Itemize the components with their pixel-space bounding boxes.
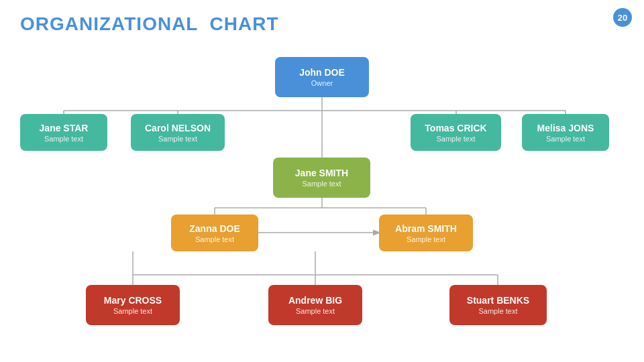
node-john-doe[interactable]: John DOE Owner — [275, 57, 369, 97]
node-abram-name: Abram SMITH — [395, 223, 457, 234]
node-tomas-sub: Sample text — [436, 135, 475, 143]
node-zanna-name: Zanna DOE — [189, 223, 239, 234]
node-andrew-big[interactable]: Andrew BIG Sample text — [268, 285, 362, 325]
node-jane-smith[interactable]: Jane SMITH Sample text — [273, 158, 370, 198]
node-tomas-crick[interactable]: Tomas CRICK Sample text — [411, 114, 501, 151]
node-stuart-sub: Sample text — [478, 307, 517, 315]
node-tomas-name: Tomas CRICK — [425, 123, 486, 133]
node-abram-sub: Sample text — [407, 235, 445, 243]
node-carol-name: Carol NELSON — [145, 123, 211, 133]
title-main: ORGANIZATIONAL — [20, 13, 198, 34]
node-janestar-name: Jane STAR — [40, 123, 89, 133]
node-melisa-jons[interactable]: Melisa JONS Sample text — [522, 114, 609, 151]
page-number: 20 — [613, 8, 632, 27]
node-mary-cross[interactable]: Mary CROSS Sample text — [86, 285, 180, 325]
node-jane-star[interactable]: Jane STAR Sample text — [20, 114, 107, 151]
node-carol-nelson[interactable]: Carol NELSON Sample text — [131, 114, 225, 151]
node-andrew-name: Andrew BIG — [288, 295, 342, 306]
title-highlight: CHART — [210, 13, 279, 34]
node-mary-name: Mary CROSS — [104, 295, 162, 306]
node-janestar-sub: Sample text — [44, 135, 83, 143]
node-john-name: John DOE — [299, 67, 345, 78]
node-janesmith-sub: Sample text — [302, 180, 341, 188]
node-john-sub: Owner — [311, 79, 333, 87]
node-andrew-sub: Sample text — [296, 307, 335, 315]
node-mary-sub: Sample text — [113, 307, 152, 315]
node-zanna-doe[interactable]: Zanna DOE Sample text — [171, 215, 258, 251]
chart-area: John DOE Owner Jane STAR Sample text Car… — [0, 47, 644, 362]
node-zanna-sub: Sample text — [195, 235, 234, 243]
node-melisa-name: Melisa JONS — [537, 123, 594, 133]
node-abram-smith[interactable]: Abram SMITH Sample text — [379, 215, 473, 251]
node-stuart-benks[interactable]: Stuart BENKS Sample text — [449, 285, 547, 325]
node-carol-sub: Sample text — [158, 135, 197, 143]
node-melisa-sub: Sample text — [546, 135, 585, 143]
node-stuart-name: Stuart BENKS — [467, 295, 529, 306]
node-janesmith-name: Jane SMITH — [295, 168, 348, 178]
